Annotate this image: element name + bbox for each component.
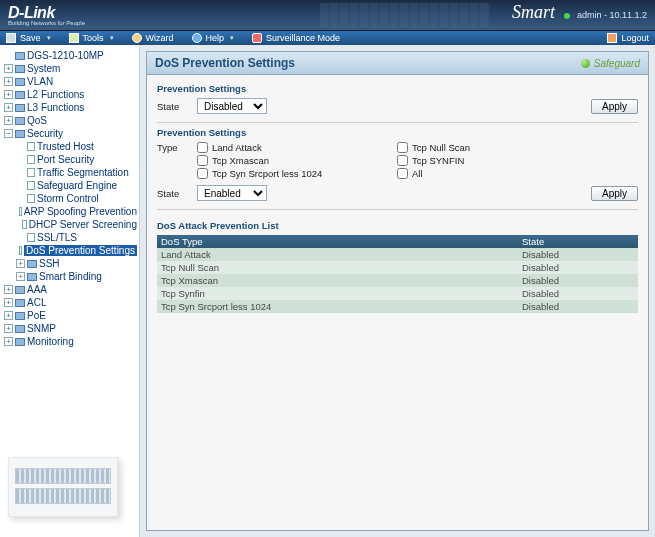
tree-dos-prevention[interactable]: DoS Prevention Settings: [2, 244, 137, 257]
help-label: Help: [206, 33, 225, 43]
tree-smart-binding[interactable]: +Smart Binding: [2, 270, 137, 283]
expand-icon[interactable]: +: [4, 116, 13, 125]
table-row: Tcp SynfinDisabled: [157, 287, 638, 300]
tree-trusted-host[interactable]: Trusted Host: [2, 140, 137, 153]
brand-tagline: Building Networks for People: [8, 20, 85, 26]
check-all[interactable]: All: [397, 168, 597, 179]
type-grid: Type Land Attack Tcp Null Scan Tcp Xmasc…: [157, 142, 638, 179]
tools-label: Tools: [83, 33, 104, 43]
save-menu[interactable]: Save▾: [6, 33, 51, 43]
check-xmascan-box[interactable]: [197, 155, 208, 166]
tree-ssl[interactable]: SSL/TLS: [2, 231, 137, 244]
logout-button[interactable]: Logout: [607, 33, 649, 43]
expand-icon[interactable]: +: [16, 272, 25, 281]
save-icon: [6, 33, 16, 43]
tree-l2[interactable]: +L2 Functions: [2, 88, 137, 101]
tree-vlan[interactable]: +VLAN: [2, 75, 137, 88]
collapse-icon[interactable]: −: [4, 129, 13, 138]
expand-icon[interactable]: +: [4, 311, 13, 320]
check-nullscan-box[interactable]: [397, 142, 408, 153]
check-land[interactable]: Land Attack: [197, 142, 397, 153]
divider: [157, 122, 638, 123]
check-nullscan[interactable]: Tcp Null Scan: [397, 142, 597, 153]
tree-snmp[interactable]: +SNMP: [2, 322, 137, 335]
state1-row: State DisabledEnabled Apply: [157, 98, 638, 114]
safeguard-orb-icon: [581, 59, 590, 68]
state2-select[interactable]: DisabledEnabled: [197, 185, 267, 201]
tree-system[interactable]: +System: [2, 62, 137, 75]
tree-storm[interactable]: Storm Control: [2, 192, 137, 205]
check-land-label: Land Attack: [212, 142, 262, 153]
help-icon: [192, 33, 202, 43]
expand-icon[interactable]: +: [4, 285, 13, 294]
dos-table: DoS Type State Land AttackDisabledTcp Nu…: [157, 235, 638, 313]
col-state: State: [518, 235, 638, 248]
check-synfin[interactable]: Tcp SYNFIN: [397, 155, 597, 166]
tree-l3[interactable]: +L3 Functions: [2, 101, 137, 114]
expand-icon[interactable]: +: [4, 103, 13, 112]
caret-down-icon: ▾: [230, 34, 234, 42]
surveillance-icon: [252, 33, 262, 43]
safeguard-badge: Safeguard: [581, 58, 640, 69]
tools-menu[interactable]: Tools▾: [69, 33, 114, 43]
admin-label: admin - 10.11.1.2: [577, 10, 647, 20]
check-all-box[interactable]: [397, 168, 408, 179]
tree-acl[interactable]: +ACL: [2, 296, 137, 309]
expand-icon[interactable]: +: [4, 77, 13, 86]
tree-monitoring[interactable]: +Monitoring: [2, 335, 137, 348]
apply1-button[interactable]: Apply: [591, 99, 638, 114]
tree-port-security[interactable]: Port Security: [2, 153, 137, 166]
brand-name: D-Link: [8, 4, 55, 21]
expand-icon[interactable]: +: [4, 337, 13, 346]
tree-poe[interactable]: +PoE: [2, 309, 137, 322]
check-land-box[interactable]: [197, 142, 208, 153]
caret-down-icon: ▾: [110, 34, 114, 42]
tree-arp-spoof[interactable]: ARP Spoofing Prevention: [2, 205, 137, 218]
caret-down-icon: ▾: [47, 34, 51, 42]
state2-row: State DisabledEnabled Apply: [157, 185, 638, 201]
safeguard-label: Safeguard: [594, 58, 640, 69]
table-row: Tcp XmascanDisabled: [157, 274, 638, 287]
content-panel: DoS Prevention Settings Safeguard Preven…: [146, 51, 649, 531]
surveillance-button[interactable]: Surveillance Mode: [252, 33, 340, 43]
check-srcport-box[interactable]: [197, 168, 208, 179]
logout-label: Logout: [621, 33, 649, 43]
expand-icon[interactable]: +: [4, 90, 13, 99]
tools-icon: [69, 33, 79, 43]
cell-dos-type: Tcp Syn Srcport less 1024: [157, 300, 518, 313]
check-all-label: All: [412, 168, 423, 179]
type-label: Type: [157, 142, 197, 153]
apply2-button[interactable]: Apply: [591, 186, 638, 201]
check-srcport[interactable]: Tcp Syn Srcport less 1024: [197, 168, 397, 179]
tree-safeguard[interactable]: Safeguard Engine: [2, 179, 137, 192]
cell-state: Disabled: [518, 261, 638, 274]
state2-label: State: [157, 188, 197, 199]
tree-device[interactable]: DGS-1210-10MP: [2, 49, 137, 62]
expand-icon[interactable]: +: [16, 259, 25, 268]
wizard-button[interactable]: Wizard: [132, 33, 174, 43]
expand-icon[interactable]: +: [4, 64, 13, 73]
help-menu[interactable]: Help▾: [192, 33, 235, 43]
check-xmascan-label: Tcp Xmascan: [212, 155, 269, 166]
check-xmascan[interactable]: Tcp Xmascan: [197, 155, 397, 166]
tree-dhcp[interactable]: DHCP Server Screening: [2, 218, 137, 231]
wizard-icon: [132, 33, 142, 43]
tree-aaa[interactable]: +AAA: [2, 283, 137, 296]
tree-traffic-seg[interactable]: Traffic Segmentation: [2, 166, 137, 179]
expand-icon[interactable]: +: [4, 324, 13, 333]
check-synfin-box[interactable]: [397, 155, 408, 166]
tree-ssh[interactable]: +SSH: [2, 257, 137, 270]
cell-dos-type: Tcp Null Scan: [157, 261, 518, 274]
main-area: DoS Prevention Settings Safeguard Preven…: [140, 45, 655, 537]
check-srcport-label: Tcp Syn Srcport less 1024: [212, 168, 322, 179]
table-row: Tcp Null ScanDisabled: [157, 261, 638, 274]
check-synfin-label: Tcp SYNFIN: [412, 155, 464, 166]
check-nullscan-label: Tcp Null Scan: [412, 142, 470, 153]
tree-security[interactable]: −Security: [2, 127, 137, 140]
cell-dos-type: Tcp Synfin: [157, 287, 518, 300]
state1-select[interactable]: DisabledEnabled: [197, 98, 267, 114]
cell-state: Disabled: [518, 274, 638, 287]
tree-qos[interactable]: +QoS: [2, 114, 137, 127]
expand-icon[interactable]: +: [4, 298, 13, 307]
table-row: Land AttackDisabled: [157, 248, 638, 261]
